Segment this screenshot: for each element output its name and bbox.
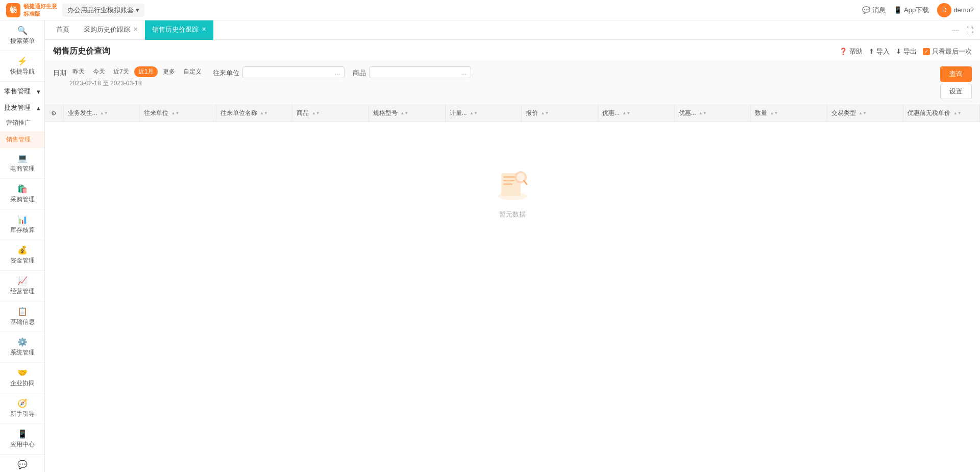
sidebar-item-search-menu[interactable]: 🔍 搜索菜单 bbox=[0, 20, 44, 51]
col-qty[interactable]: 数量 ▲▼ bbox=[751, 105, 827, 122]
import-icon: ⬆ bbox=[869, 48, 874, 55]
sidebar-item-wholesale-mgmt[interactable]: 批发管理 ▴ bbox=[0, 98, 44, 114]
logo-area: 畅 畅捷通好生意 标准版 bbox=[6, 3, 57, 17]
svg-rect-3 bbox=[503, 180, 514, 181]
sidebar-item-ecommerce[interactable]: 💻 电商管理 bbox=[0, 148, 44, 179]
top-bar-left: 畅 畅捷通好生意 标准版 办公用品行业模拟账套 ▾ bbox=[6, 3, 144, 17]
tab-minimize-btn[interactable]: — bbox=[949, 24, 962, 36]
tab-sales-history[interactable]: 销售历史价跟踪 ✕ bbox=[145, 20, 213, 40]
goods-input[interactable]: ... bbox=[369, 66, 471, 78]
sidebar-subitem-sales[interactable]: 销售管理 bbox=[0, 131, 44, 148]
sort-arrows-unit: ▲▼ bbox=[470, 111, 478, 115]
sort-arrows-discount2: ▲▼ bbox=[699, 111, 707, 115]
svg-rect-4 bbox=[503, 183, 512, 185]
partner-input[interactable]: ... bbox=[242, 66, 345, 78]
date-btn-1month[interactable]: 近1月 bbox=[134, 66, 158, 77]
content-area: 首页 采购历史价跟踪 ✕ 销售历史价跟踪 ✕ — ⛶ 销售历史价查询 bbox=[45, 20, 980, 472]
col-discount2[interactable]: 优惠... ▲▼ bbox=[674, 105, 751, 122]
sidebar-item-retail-mgmt[interactable]: 零售管理 ▾ bbox=[0, 82, 44, 98]
sidebar-item-enterprise-wechat[interactable]: 💬 企业微信 bbox=[0, 455, 44, 472]
sidebar: 🔍 搜索菜单 ⚡ 快捷导航 零售管理 ▾ 批发管理 ▴ 营销推广 销售管理 💻 … bbox=[0, 20, 45, 472]
only-last-checkbox-label[interactable]: ✓ 只看最后一次 bbox=[923, 47, 972, 56]
date-filter-group: 日期 昨天 今天 近7天 近1月 更多 自定义 2023-02-18 至 202… bbox=[53, 66, 205, 88]
sort-arrows-pre-tax-price: ▲▼ bbox=[953, 111, 962, 115]
search-button[interactable]: 查询 bbox=[940, 66, 972, 82]
date-range-text: 2023-02-18 至 2023-03-18 bbox=[69, 79, 205, 88]
top-bar: 畅 畅捷通好生意 标准版 办公用品行业模拟账套 ▾ 💬 消息 📱 App下载 D… bbox=[0, 0, 980, 20]
col-biz-date[interactable]: 业务发生... ▲▼ bbox=[63, 105, 140, 122]
col-discount1[interactable]: 优惠... ▲▼ bbox=[598, 105, 674, 122]
sidebar-item-capital[interactable]: 💰 资金管理 bbox=[0, 240, 44, 271]
app-download-btn[interactable]: 📱 App下载 bbox=[894, 6, 929, 15]
sidebar-subitem-marketing[interactable]: 营销推广 bbox=[0, 114, 44, 131]
chevron-down-icon: ▾ bbox=[136, 6, 139, 14]
col-pre-tax-price[interactable]: 优惠前无税单价 ▲▼ bbox=[903, 105, 980, 122]
tab-bar: 首页 采购历史价跟踪 ✕ 销售历史价跟踪 ✕ — ⛶ bbox=[45, 20, 980, 40]
col-quote[interactable]: 报价 ▲▼ bbox=[522, 105, 598, 122]
date-filter-label: 日期 bbox=[53, 66, 66, 78]
date-btn-yesterday[interactable]: 昨天 bbox=[69, 66, 88, 77]
date-btn-7days[interactable]: 近7天 bbox=[110, 66, 132, 77]
col-partner-name[interactable]: 往来单位名称 ▲▼ bbox=[216, 105, 292, 122]
filter-row: 日期 昨天 今天 近7天 近1月 更多 自定义 2023-02-18 至 202… bbox=[45, 61, 980, 105]
tab-maximize-btn[interactable]: ⛶ bbox=[964, 24, 976, 36]
logo-text: 畅捷通好生意 标准版 bbox=[23, 3, 57, 17]
filter-row-right: 查询 设置 bbox=[940, 66, 972, 99]
sort-arrows-quote: ▲▼ bbox=[541, 111, 549, 115]
user-menu-btn[interactable]: D demo2 bbox=[937, 3, 974, 17]
sidebar-item-enterprise-collab[interactable]: 🤝 企业协同 bbox=[0, 363, 44, 393]
date-btn-today[interactable]: 今天 bbox=[90, 66, 108, 77]
col-spec[interactable]: 规格型号 ▲▼ bbox=[369, 105, 446, 122]
col-trade-type[interactable]: 交易类型 ▲▼ bbox=[827, 105, 903, 122]
partner-filter-group: 往来单位 ... bbox=[213, 66, 345, 78]
collab-icon: 🤝 bbox=[17, 368, 28, 377]
top-bar-right: 💬 消息 📱 App下载 D demo2 bbox=[862, 3, 974, 17]
search-icon: 🔍 bbox=[17, 26, 28, 35]
sidebar-item-basic-info[interactable]: 📋 基础信息 bbox=[0, 301, 44, 332]
col-partner-code[interactable]: 往来单位 ▲▼ bbox=[140, 105, 216, 122]
export-icon: ⬇ bbox=[896, 48, 901, 55]
sidebar-item-inventory[interactable]: 📊 库存核算 bbox=[0, 209, 44, 240]
sidebar-item-purchase[interactable]: 🛍️ 采购管理 bbox=[0, 179, 44, 209]
col-goods[interactable]: 商品 ▲▼ bbox=[292, 105, 369, 122]
date-btn-more[interactable]: 更多 bbox=[160, 66, 178, 77]
sort-arrows-biz-date: ▲▼ bbox=[100, 111, 108, 115]
sidebar-item-quick-nav[interactable]: ⚡ 快捷导航 bbox=[0, 51, 44, 82]
quick-nav-icon: ⚡ bbox=[17, 56, 28, 66]
sidebar-item-ops[interactable]: 📈 经营管理 bbox=[0, 271, 44, 301]
col-gear[interactable]: ⚙ bbox=[45, 105, 63, 122]
tab-actions: — ⛶ bbox=[949, 24, 976, 36]
sidebar-item-app-center[interactable]: 📱 应用中心 bbox=[0, 424, 44, 455]
tab-close-sales[interactable]: ✕ bbox=[202, 26, 206, 33]
phone-icon: 📱 bbox=[894, 6, 902, 14]
empty-state: 暂元数据 bbox=[45, 122, 980, 240]
empty-icon bbox=[492, 163, 533, 204]
main-layout: 🔍 搜索菜单 ⚡ 快捷导航 零售管理 ▾ 批发管理 ▴ 营销推广 销售管理 💻 … bbox=[0, 20, 980, 472]
sidebar-item-new-guide[interactable]: 🧭 新手引导 bbox=[0, 393, 44, 424]
tab-close-purchase[interactable]: ✕ bbox=[133, 26, 138, 33]
date-shortcuts: 昨天 今天 近7天 近1月 更多 自定义 bbox=[69, 66, 205, 77]
export-btn[interactable]: ⬇ 导出 bbox=[896, 47, 917, 56]
page-title: 销售历史价查询 bbox=[53, 46, 110, 57]
date-shortcuts-group: 昨天 今天 近7天 近1月 更多 自定义 2023-02-18 至 2023-0… bbox=[69, 66, 205, 88]
ops-icon: 📈 bbox=[17, 276, 28, 286]
col-unit[interactable]: 计量... ▲▼ bbox=[445, 105, 522, 122]
company-selector[interactable]: 办公用品行业模拟账套 ▾ bbox=[62, 4, 144, 17]
help-btn[interactable]: ❓ 帮助 bbox=[839, 47, 863, 56]
sidebar-item-sys-settings[interactable]: ⚙️ 系统管理 bbox=[0, 332, 44, 363]
chevron-up-icon: ▴ bbox=[37, 104, 40, 112]
import-btn[interactable]: ⬆ 导入 bbox=[869, 47, 890, 56]
only-last-checkbox[interactable]: ✓ bbox=[923, 48, 930, 55]
filter-settings-button[interactable]: 设置 bbox=[940, 84, 972, 99]
sort-arrows-goods: ▲▼ bbox=[312, 111, 320, 115]
goods-filter-group: 商品 ... bbox=[353, 66, 471, 78]
guide-icon: 🧭 bbox=[17, 398, 28, 408]
empty-text: 暂元数据 bbox=[499, 210, 526, 219]
table-area: ⚙ 业务发生... ▲▼ 往来单位 ▲▼ 往来单位名称 bbox=[45, 105, 980, 472]
message-btn[interactable]: 💬 消息 bbox=[862, 6, 886, 15]
date-btn-custom[interactable]: 自定义 bbox=[180, 66, 205, 77]
sort-arrows-partner-name: ▲▼ bbox=[260, 111, 268, 115]
tab-home[interactable]: 首页 bbox=[49, 20, 77, 40]
tab-purchase-history[interactable]: 采购历史价跟踪 ✕ bbox=[77, 20, 145, 40]
help-icon: ❓ bbox=[839, 48, 847, 55]
